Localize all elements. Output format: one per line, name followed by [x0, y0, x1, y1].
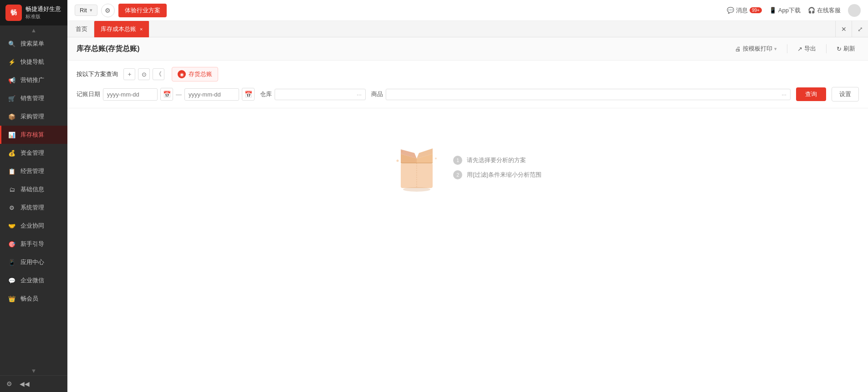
scheme-item[interactable]: ◉ 存货总账	[172, 67, 218, 81]
warehouse-label: 仓库	[260, 90, 272, 98]
sidebar-item-label: 采购管理	[20, 112, 44, 121]
headset-icon: 🎧	[808, 7, 815, 14]
close-page-btn[interactable]: ✕	[835, 21, 852, 37]
filter-label: 按以下方案查询	[77, 70, 118, 78]
date-from-calendar-btn[interactable]: 📅	[160, 88, 173, 101]
basic-icon: 🗂	[8, 185, 16, 193]
sidebar-item-label: 经营管理	[20, 167, 44, 175]
date-to-calendar-btn[interactable]: 📅	[242, 88, 255, 101]
tip-item-1: 1 请先选择要分析的方案	[453, 156, 541, 165]
add-scheme-btn[interactable]: ＋	[123, 68, 135, 80]
svg-point-6	[403, 187, 430, 192]
tab-label: 首页	[76, 25, 87, 33]
settings-filter-btn[interactable]: 设置	[832, 87, 859, 102]
tip-item-2: 2 用[过滤]条件来缩小分析范围	[453, 170, 541, 179]
refresh-btn[interactable]: ↻ 刷新	[833, 43, 859, 55]
sidebar-item-app-center[interactable]: 📱 应用中心	[0, 253, 67, 271]
print-template-btn[interactable]: 🖨 按模板打印 ▾	[731, 43, 781, 55]
svg-point-5	[402, 151, 403, 153]
sidebar-item-search[interactable]: 🔍 搜索菜单	[0, 35, 67, 53]
warehouse-selector[interactable]: ···	[275, 89, 366, 100]
empty-state-content: 1 请先选择要分析的方案 2 用[过滤]条件来缩小分析范围	[394, 145, 541, 190]
sidebar-item-vip[interactable]: 👑 畅会员	[0, 290, 67, 308]
logo-name: 畅捷通好生意	[26, 5, 61, 13]
sidebar-item-system[interactable]: ⚙ 系统管理	[0, 199, 67, 217]
main-area: Rit ▾ ⚙ 体验行业方案 💬 消息 99+ 📱 App下载 🎧 在线客服	[67, 0, 868, 392]
sidebar-item-guide[interactable]: 🎯 新手引导	[0, 235, 67, 253]
page-header-actions: 🖨 按模板打印 ▾ ↗ 导出 ↻ 刷新	[731, 43, 859, 55]
sidebar-item-label: 应用中心	[20, 258, 44, 266]
sidebar-item-quick-nav[interactable]: ⚡ 快捷导航	[0, 53, 67, 71]
calendar-icon-2: 📅	[245, 91, 252, 98]
tab-inventory-cost[interactable]: 库存成本总账 ×	[94, 21, 149, 37]
settings-btn[interactable]: ⚙	[6, 380, 12, 387]
divider2	[826, 44, 827, 53]
message-btn[interactable]: 💬 消息 99+	[727, 6, 762, 15]
fold-btn[interactable]: ◀◀	[20, 380, 30, 387]
online-service-label: 在线客服	[817, 6, 841, 15]
sidebar-item-marketing[interactable]: 📢 营销推广	[0, 71, 67, 89]
date-separator: —	[176, 91, 182, 98]
date-to-input[interactable]	[184, 88, 239, 101]
filter-scheme-row: 按以下方案查询 ＋ ⊙ 《 ◉ 存货总账	[77, 67, 859, 81]
calendar-icon: 📅	[163, 91, 171, 98]
filter-area: 按以下方案查询 ＋ ⊙ 《 ◉ 存货总账 记账日期	[67, 61, 868, 108]
topbar: Rit ▾ ⚙ 体验行业方案 💬 消息 99+ 📱 App下载 🎧 在线客服	[67, 0, 868, 21]
topbar-right: 💬 消息 99+ 📱 App下载 🎧 在线客服	[727, 4, 861, 17]
sidebar-item-finance[interactable]: 💰 资金管理	[0, 144, 67, 162]
svg-point-4	[435, 158, 437, 159]
sidebar-item-label: 库存核算	[20, 131, 44, 139]
sidebar-item-label: 销售管理	[20, 94, 44, 102]
online-service-btn[interactable]: 🎧 在线客服	[808, 6, 841, 15]
sidebar-item-basic[interactable]: 🗂 基础信息	[0, 180, 67, 199]
app-download-btn[interactable]: 📱 App下载	[769, 6, 801, 15]
sidebar-item-sales[interactable]: 🛒 销售管理	[0, 89, 67, 107]
product-selector[interactable]: ···	[386, 89, 791, 100]
filter-action-btns: ＋ ⊙ 《	[123, 68, 164, 80]
sidebar-item-label: 快捷导航	[20, 58, 44, 66]
guide-icon: 🎯	[8, 240, 16, 248]
filter-fields-row: 记账日期 📅 — 📅 仓库	[77, 87, 859, 102]
chevron-down-icon: ▾	[90, 7, 92, 13]
settings-gear-btn[interactable]: ⚙	[101, 4, 115, 17]
wechat-icon: 💬	[8, 276, 16, 285]
export-btn[interactable]: ↗ 导出	[794, 43, 820, 55]
scroll-down-btn[interactable]: ▼	[0, 366, 67, 375]
logo-text: 畅捷通好生意 标准版	[26, 5, 61, 20]
edit-scheme-btn[interactable]: ⊙	[138, 68, 150, 80]
sidebar-item-operation[interactable]: 📋 经营管理	[0, 162, 67, 180]
logo-sub: 标准版	[26, 13, 61, 20]
page-header: 库存总账(存货总账) 🖨 按模板打印 ▾ ↗ 导出 ↻ 刷	[67, 37, 868, 61]
scheme-label: 存货总账	[189, 70, 212, 78]
date-from-input[interactable]	[103, 88, 158, 101]
industry-btn[interactable]: 体验行业方案	[118, 4, 167, 17]
tab-home[interactable]: 首页	[69, 21, 94, 37]
print-label: 按模板打印	[743, 45, 772, 53]
avatar[interactable]	[848, 4, 861, 17]
purchase-icon: 📦	[8, 112, 16, 121]
sidebar-item-enterprise[interactable]: 🤝 企业协同	[0, 217, 67, 235]
user-name-dropdown[interactable]: Rit ▾	[75, 5, 97, 16]
export-icon: ↗	[797, 46, 802, 52]
page-controls: ✕ ⤢	[835, 21, 868, 37]
sidebar-item-inventory[interactable]: 📊 库存核算	[0, 126, 67, 144]
enterprise-icon: 🤝	[8, 222, 16, 230]
more-icon: ···	[357, 91, 362, 98]
sidebar-item-purchase[interactable]: 📦 采购管理	[0, 107, 67, 126]
collapse-scheme-btn[interactable]: 《	[153, 68, 164, 80]
sidebar-item-wechat[interactable]: 💬 企业微信	[0, 271, 67, 290]
expand-page-btn[interactable]: ⤢	[852, 21, 868, 37]
sidebar-bottom: ⚙ ◀◀	[0, 375, 67, 392]
sidebar-item-label: 企业微信	[20, 276, 44, 285]
search-icon: 🔍	[8, 40, 16, 48]
scroll-up-btn[interactable]: ▲	[0, 25, 67, 35]
finance-icon: 💰	[8, 149, 16, 157]
product-field-group: 商品 ···	[371, 89, 791, 100]
tip-text-2: 用[过滤]条件来缩小分析范围	[467, 171, 541, 179]
tip-number-1: 1	[453, 156, 462, 165]
chevron-down-icon: ▾	[774, 46, 777, 52]
query-btn[interactable]: 查询	[796, 87, 826, 101]
page-content: 库存总账(存货总账) 🖨 按模板打印 ▾ ↗ 导出 ↻ 刷	[67, 37, 868, 392]
tab-close-icon[interactable]: ×	[140, 26, 143, 32]
refresh-label: 刷新	[843, 45, 855, 53]
